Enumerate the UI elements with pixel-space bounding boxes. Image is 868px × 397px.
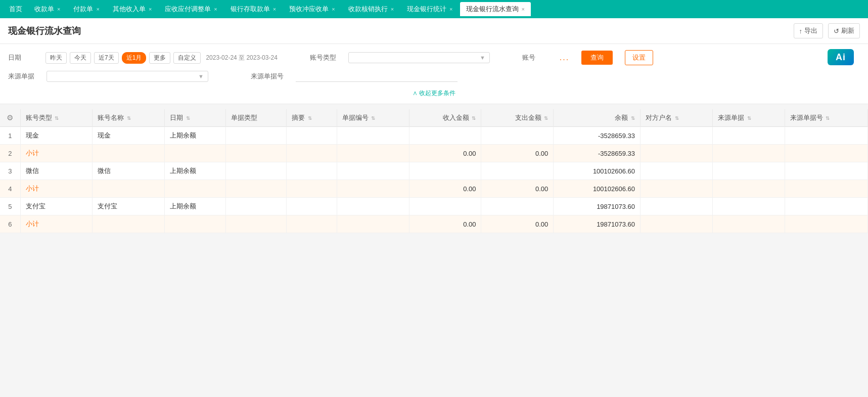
sort-date-icon: ⇅ xyxy=(186,115,190,121)
refresh-icon: ↺ xyxy=(834,27,839,35)
cell-accountName: 支付宝 xyxy=(93,198,165,215)
table-row[interactable]: 5支付宝支付宝上期余额19871073.60 xyxy=(0,198,868,215)
nav-tab-shoukuan[interactable]: 收款核销执行 × xyxy=(342,2,400,16)
cell-counterparty xyxy=(641,162,713,180)
nav-home[interactable]: 首页 xyxy=(4,5,27,14)
date-btn-custom[interactable]: 自定义 xyxy=(173,52,201,64)
header-actions: ↑ 导出 ↺ 刷新 xyxy=(794,23,860,38)
ai-assistant-badge[interactable]: Ai xyxy=(828,49,854,65)
sort-balance-icon: ⇅ xyxy=(631,115,635,121)
cell-sourceDoc xyxy=(712,215,785,233)
nav-tab-fukuandan[interactable]: 付款单 × xyxy=(67,2,105,16)
close-tab-7-icon[interactable]: × xyxy=(449,6,452,12)
cell-accountName: 现金 xyxy=(93,127,165,145)
cell-summary xyxy=(286,127,337,145)
cell-balance: 19871073.60 xyxy=(554,215,641,233)
refresh-button[interactable]: ↺ 刷新 xyxy=(828,23,860,38)
table-row[interactable]: 3微信微信上期余额100102606.60 xyxy=(0,162,868,180)
cell-counterparty xyxy=(641,145,713,162)
close-tab-8-icon[interactable]: × xyxy=(522,6,525,12)
cell-sourceDoc xyxy=(712,180,785,198)
close-tab-4-icon[interactable]: × xyxy=(273,6,276,12)
cell-balance: 100102606.60 xyxy=(554,162,641,180)
cell-docNo xyxy=(337,180,409,198)
cell-date: 上期余额 xyxy=(165,162,225,180)
close-tab-1-icon[interactable]: × xyxy=(96,6,99,12)
cell-docType xyxy=(225,162,286,180)
cell-seq: 2 xyxy=(0,145,20,162)
cell-sourceDocNo xyxy=(785,215,867,233)
cell-balance: 100102606.60 xyxy=(554,180,641,198)
date-btn-1month[interactable]: 近1月 xyxy=(122,52,147,64)
sort-account-name-icon: ⇅ xyxy=(127,115,131,121)
cell-docType xyxy=(225,198,286,215)
close-tab-0-icon[interactable]: × xyxy=(57,6,60,12)
table-row[interactable]: 6小计0.000.0019871073.60 xyxy=(0,215,868,233)
col-doc-no-header[interactable]: 单据编号 ⇅ xyxy=(337,109,409,127)
cell-date xyxy=(165,145,225,162)
col-expense-header[interactable]: 支出金额 ⇅ xyxy=(481,109,554,127)
nav-tab-shoudan[interactable]: 收款单 × xyxy=(28,2,66,16)
col-account-type-header[interactable]: 账号类型 ⇅ xyxy=(20,109,93,127)
cell-sourceDocNo xyxy=(785,145,867,162)
col-date-header[interactable]: 日期 ⇅ xyxy=(165,109,225,127)
cell-date xyxy=(165,180,225,198)
filter-area: 日期 昨天 今天 近7天 近1月 更多 自定义 2023-02-24 至 202… xyxy=(0,44,868,104)
account-type-select[interactable]: ▼ xyxy=(348,52,490,63)
col-source-doc-no-header[interactable]: 来源单据号 ⇅ xyxy=(785,109,867,127)
col-source-doc-header[interactable]: 来源单据 ⇅ xyxy=(712,109,785,127)
nav-tab-xianjinliushui[interactable]: 现金银行流水查询 × xyxy=(460,2,531,16)
date-btn-more[interactable]: 更多 xyxy=(149,52,170,64)
nav-tab-yingshouzhengjie[interactable]: 应收应付调整单 × xyxy=(159,2,223,16)
cell-seq: 1 xyxy=(0,127,20,145)
col-summary-header[interactable]: 摘要 ⇅ xyxy=(286,109,337,127)
source-doc-select[interactable]: ▼ xyxy=(47,71,208,82)
cell-sourceDoc xyxy=(712,198,785,215)
cell-accountType: 微信 xyxy=(20,162,93,180)
col-balance-header[interactable]: 余额 ⇅ xyxy=(554,109,641,127)
source-doc-no-input[interactable] xyxy=(296,70,458,82)
account-type-chevron-icon: ▼ xyxy=(480,55,485,61)
export-button[interactable]: ↑ 导出 xyxy=(794,23,824,38)
account-label: 账号 xyxy=(522,53,547,62)
sort-counterparty-icon: ⇅ xyxy=(675,115,679,121)
table-row[interactable]: 1现金现金上期余额-3528659.33 xyxy=(0,127,868,145)
nav-tab-qitashourudan[interactable]: 其他收入单 × xyxy=(107,2,158,16)
query-button[interactable]: 查询 xyxy=(581,51,613,65)
close-tab-5-icon[interactable]: × xyxy=(332,6,335,12)
sort-income-icon: ⇅ xyxy=(472,115,476,121)
nav-tab-yinghangcunkuan[interactable]: 银行存取款单 × xyxy=(224,2,282,16)
table-row[interactable]: 4小计0.000.00100102606.60 xyxy=(0,180,868,198)
cell-accountType: 小计 xyxy=(20,145,93,162)
date-btn-yesterday[interactable]: 昨天 xyxy=(45,52,67,64)
col-account-name-header[interactable]: 账号名称 ⇅ xyxy=(93,109,165,127)
settings-button[interactable]: 设置 xyxy=(625,50,653,65)
cell-seq: 6 xyxy=(0,215,20,233)
table-gear-icon[interactable]: ⚙ xyxy=(7,113,13,122)
cell-accountName xyxy=(93,180,165,198)
nav-tab-yushou[interactable]: 预收冲应收单 × xyxy=(283,2,341,16)
cell-expense xyxy=(481,162,554,180)
collapse-more-conditions[interactable]: ∧ 收起更多条件 xyxy=(8,87,860,98)
close-tab-6-icon[interactable]: × xyxy=(391,6,394,12)
nav-tab-xianjintongji[interactable]: 现金银行统计 × xyxy=(401,2,459,16)
cell-sourceDocNo xyxy=(785,180,867,198)
col-counterparty-header[interactable]: 对方户名 ⇅ xyxy=(641,109,713,127)
cell-docNo xyxy=(337,198,409,215)
filter-row-source: 来源单据 ▼ 来源单据号 xyxy=(8,70,860,82)
col-doc-type-header: 单据类型 xyxy=(225,109,286,127)
close-tab-3-icon[interactable]: × xyxy=(214,6,217,12)
export-icon: ↑ xyxy=(799,27,803,35)
date-filter-label: 日期 xyxy=(8,53,33,62)
account-ellipsis-button[interactable]: ... xyxy=(560,53,569,62)
col-settings-header[interactable]: ⚙ xyxy=(0,109,20,127)
cell-sourceDocNo xyxy=(785,198,867,215)
date-btn-7days[interactable]: 近7天 xyxy=(94,52,119,64)
date-btn-today[interactable]: 今天 xyxy=(70,52,91,64)
table-row[interactable]: 2小计0.000.00-3528659.33 xyxy=(0,145,868,162)
cell-accountType: 小计 xyxy=(20,180,93,198)
source-doc-label: 来源单据 xyxy=(8,72,34,81)
cell-summary xyxy=(286,145,337,162)
close-tab-2-icon[interactable]: × xyxy=(149,6,152,12)
col-income-header[interactable]: 收入金额 ⇅ xyxy=(409,109,481,127)
